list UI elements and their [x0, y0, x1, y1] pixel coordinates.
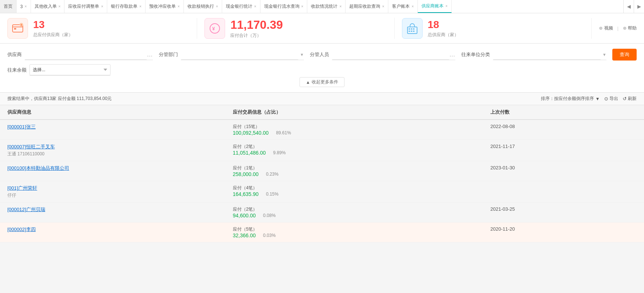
nav-collection-close[interactable]: ×: [216, 4, 218, 8]
collapse-icon: ▲: [306, 80, 310, 85]
search-field-dept: 分管部门 ▼: [159, 49, 304, 60]
cell-supplier-5: [000002]李四: [0, 223, 225, 242]
nav-cash-flow-label: 现金银行流水查询: [264, 3, 300, 10]
nav-item-prepayment[interactable]: 预收冲应收单 ×: [146, 0, 184, 13]
stat-block-payable-suppliers: ¥ 13 总应付供应商（家）: [7, 18, 197, 39]
nav-3-close[interactable]: ×: [25, 4, 27, 8]
date-4: 2021-03-25: [490, 206, 515, 212]
cell-trans-5: 应付（5笔）32,366.000.03%: [225, 223, 483, 242]
nav-item-home[interactable]: 首页: [0, 0, 17, 13]
percent-5: 0.03%: [263, 233, 276, 238]
dept-input[interactable]: [181, 49, 299, 60]
amount-3[interactable]: 164,635.90: [233, 191, 259, 197]
svg-rect-12: [413, 31, 414, 32]
svg-text:¥: ¥: [21, 24, 22, 26]
collapse-label: 收起更多条件: [312, 79, 338, 85]
supplier-dots-icon[interactable]: …: [147, 51, 153, 58]
nav-ar-ap-adjust-close[interactable]: ×: [101, 4, 103, 8]
nav-customer-account-close[interactable]: ×: [412, 4, 414, 8]
supplier-link-4[interactable]: [000012]广州贝瑞: [7, 207, 45, 212]
amount-1[interactable]: 11,051,486.00: [233, 150, 266, 156]
nav-prev-arrow[interactable]: ◀: [623, 0, 634, 13]
supplier-label: 供应商: [7, 51, 22, 58]
stat-label-total-payable: 应付合计（万）: [230, 32, 386, 39]
help-btn[interactable]: ⊙ 帮助: [623, 25, 637, 31]
amount-0[interactable]: 100,092,540.00: [233, 130, 269, 136]
nav-item-collection[interactable]: 收款核销执行 ×: [184, 0, 222, 13]
search-area: 供应商 … 分管部门 ▼ 分管人员 … 往来单位分类: [0, 44, 644, 93]
trans-label-0: 应付（15笔）: [233, 124, 476, 130]
nav-item-other-income[interactable]: 其他收入单 ×: [31, 0, 65, 13]
table-header: 供应商信息 应付交易信息（占比） 上次付数: [0, 105, 644, 120]
nav-bank-deposit-close[interactable]: ×: [139, 4, 141, 8]
nav-item-ar-ap-adjust[interactable]: 应收应付调整单 ×: [64, 0, 107, 13]
supplier-sub-3: 仔仔: [7, 192, 218, 199]
stat-info-payable: 13 总应付供应商（家）: [33, 18, 189, 38]
nav-collection-stats-close[interactable]: ×: [339, 4, 342, 8]
person-input[interactable]: [332, 49, 449, 60]
amount-4[interactable]: 94,600.00: [233, 213, 256, 218]
unit-type-field-wrapper: ▼: [493, 49, 607, 60]
supplier-link-0[interactable]: [000001]张三: [7, 124, 36, 130]
amount-2[interactable]: 258,000.00: [233, 171, 259, 177]
table-body: [000001]张三应付（15笔）100,092,540.0089.61%202…: [0, 120, 644, 242]
unit-type-dropdown-icon[interactable]: ▼: [602, 52, 606, 57]
amount-row-5: 32,366.000.03%: [233, 232, 476, 238]
cell-last-date-4: 2021-03-25: [483, 203, 644, 223]
person-label: 分管人员: [310, 51, 329, 58]
stat-number-total-suppliers: 18: [428, 18, 584, 31]
nav-item-supplier-account[interactable]: 供应商账本 ×: [418, 0, 452, 13]
nav-cash-stats-close[interactable]: ×: [254, 4, 256, 8]
supplier-link-1[interactable]: [000007]恒旺二手叉车: [7, 144, 55, 149]
query-button[interactable]: 查询: [612, 49, 637, 61]
cell-trans-4: 应付（2笔）94,600.000.08%: [225, 203, 483, 223]
cell-supplier-0: [000001]张三: [0, 120, 225, 140]
th-supplier: 供应商信息: [0, 105, 225, 120]
supplier-sub-1: 王通 17106110000: [7, 151, 218, 157]
nav-item-overdue[interactable]: 超期应收款查询 ×: [346, 0, 388, 13]
nav-supplier-account-close[interactable]: ×: [445, 4, 448, 8]
video-btn[interactable]: ⊙ 视频: [599, 25, 613, 31]
search-field-supplier: 供应商 …: [7, 49, 153, 60]
unit-type-input[interactable]: [493, 49, 601, 60]
nav-next-arrow[interactable]: ▶: [634, 0, 644, 13]
nav-item-bank-deposit[interactable]: 银行存取款单 ×: [107, 0, 146, 13]
export-button[interactable]: ⊙ 导出: [604, 96, 618, 102]
nav-item-cash-flow[interactable]: 现金银行流水查询 ×: [260, 0, 308, 13]
stat-info-total-suppliers: 18 总供应商（家）: [428, 18, 584, 38]
nav-cash-flow-close[interactable]: ×: [301, 4, 304, 8]
nav-item-collection-stats[interactable]: 收款情况统计 ×: [307, 0, 346, 13]
table-wrapper: 供应商信息 应付交易信息（占比） 上次付数 [000001]张三应付（15笔）1…: [0, 105, 644, 242]
nav-supplier-account-label: 供应商账本: [421, 3, 444, 9]
sort-button[interactable]: 排序：按应付余额倒序排序 ▼: [541, 96, 600, 102]
nav-overdue-close[interactable]: ×: [382, 4, 384, 8]
dept-dropdown-icon[interactable]: ▼: [300, 52, 304, 57]
collapse-button[interactable]: ▲ 收起更多条件: [300, 77, 344, 87]
export-icon: ⊙: [604, 96, 608, 101]
supplier-link-3[interactable]: [001]广州荣轩: [7, 185, 37, 191]
nav-item-customer-account[interactable]: 客户账本 ×: [388, 0, 418, 13]
nav-prepayment-close[interactable]: ×: [178, 4, 180, 8]
date-5: 2020-11-20: [490, 226, 515, 232]
nav-item-3[interactable]: 3 ×: [17, 0, 31, 13]
balance-select[interactable]: 选择...: [29, 64, 111, 75]
svg-rect-11: [411, 31, 412, 32]
amount-row-4: 94,600.000.08%: [233, 213, 476, 218]
supplier-input[interactable]: [25, 49, 147, 60]
stat-icon-payable: ¥: [7, 18, 28, 39]
person-dots-icon[interactable]: …: [449, 51, 455, 58]
cell-trans-2: 应付（1笔）258,000.000.23%: [225, 161, 483, 181]
svg-rect-10: [409, 31, 410, 32]
amount-5[interactable]: 32,366.00: [233, 232, 256, 238]
supplier-link-5[interactable]: [000002]李四: [7, 227, 36, 232]
percent-0: 89.61%: [276, 130, 291, 135]
nav-other-income-close[interactable]: ×: [59, 4, 61, 8]
stat-label-payable: 总应付供应商（家）: [33, 32, 189, 38]
nav-item-cash-stats[interactable]: 现金银行统计 ×: [222, 0, 260, 13]
search-row-2: 往来余额 选择...: [7, 64, 637, 76]
cell-trans-3: 应付（4笔）164,635.900.15%: [225, 181, 483, 203]
refresh-button[interactable]: ↺ 刷新: [623, 96, 637, 102]
percent-2: 0.23%: [266, 172, 279, 177]
supplier-link-2[interactable]: [000100]本特勤油品有限公司: [7, 165, 69, 171]
stat-label-total-suppliers: 总供应商（家）: [428, 32, 584, 38]
